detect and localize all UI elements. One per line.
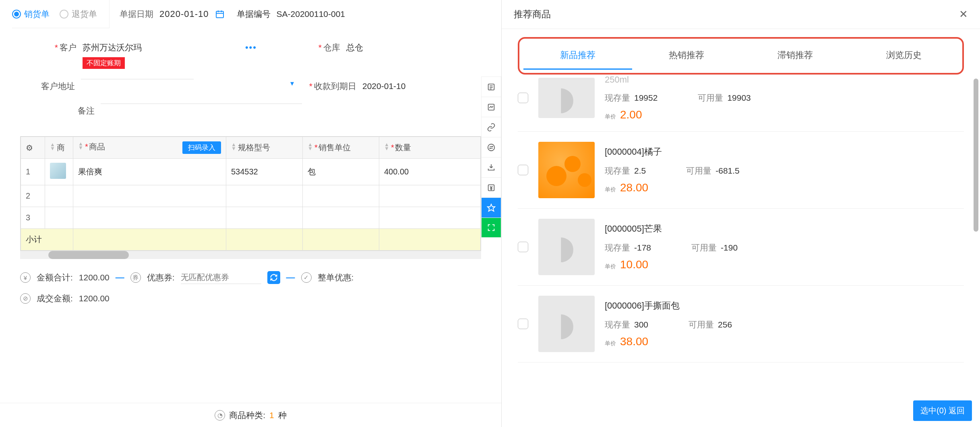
currency-icon: ¥ — [20, 272, 31, 283]
radio-return-order[interactable]: 退货单 — [60, 8, 97, 20]
product-price: 38.00 — [620, 335, 648, 348]
product-checkbox[interactable] — [518, 242, 528, 252]
product-image-placeholder: ◗ — [538, 78, 595, 118]
recommend-panel: 推荐商品 ✕ 新品推荐 热销推荐 滞销推荐 浏览历史 ◗ 250ml 现存量19… — [501, 0, 980, 427]
doc-header: 销货单 退货单 单据日期 2020-01-10 单据编号 SA-20200110… — [0, 0, 501, 28]
product-name: [0000005]芒果 — [605, 223, 964, 235]
product-list-item: [0000004]橘子 现存量2.5 可用量-681.5 单价28.00 — [518, 132, 964, 209]
address-field[interactable]: 客户地址 ▾ — [20, 79, 294, 93]
remark-field[interactable]: 备注 — [20, 104, 302, 118]
product-name: [0000006]手撕面包 — [605, 300, 964, 312]
tab-new-products[interactable]: 新品推荐 — [523, 42, 632, 70]
col-spec[interactable]: ▲▼规格型号 — [226, 137, 303, 159]
svg-point-9 — [488, 144, 495, 151]
radio-dot-icon — [60, 10, 68, 19]
vtool-chart-button[interactable] — [481, 97, 501, 117]
product-checkbox[interactable] — [518, 93, 528, 103]
product-checkbox[interactable] — [518, 165, 528, 175]
select-return-button[interactable]: 选中(0) 返回 — [913, 400, 972, 421]
chevron-down-icon[interactable]: ▾ — [290, 79, 294, 88]
doc-type-radio-group: 销货单 退货单 — [12, 0, 110, 28]
doc-date-value: 2020-01-10 — [159, 9, 209, 19]
kinds-icon: ◔ — [215, 410, 225, 421]
due-date-field[interactable]: *收款到期日 2020-01-10 — [294, 79, 483, 93]
vtool-fullscreen-button[interactable] — [481, 218, 501, 238]
horizontal-scrollbar[interactable] — [20, 251, 481, 259]
doc-no-value: SA-20200110-001 — [277, 9, 345, 19]
product-price: 10.00 — [620, 258, 648, 271]
svg-marker-11 — [488, 204, 495, 211]
vtool-list-button[interactable] — [481, 77, 501, 97]
address-value — [81, 79, 194, 79]
table-row[interactable]: 1 果倍爽 534532 包 400.00 — [21, 159, 481, 185]
vtool-link-button[interactable] — [481, 117, 501, 137]
subtotal-row: 小计 — [21, 229, 481, 251]
radio-dot-icon — [12, 10, 21, 19]
vertical-toolbar — [481, 77, 501, 238]
product-list-item: ◗ [0000005]芒果 现存量-178 可用量-190 单价10.00 — [518, 209, 964, 286]
customer-value: 苏州万达沃尔玛 — [83, 40, 211, 55]
table-row[interactable]: 3 — [21, 207, 481, 229]
doc-number-field: 单据编号 SA-20200110-001 — [225, 8, 345, 20]
recommend-tabs-highlight: 新品推荐 热销推荐 滞销推荐 浏览历史 — [518, 37, 964, 75]
warehouse-value: 总仓 — [346, 40, 467, 55]
table-row[interactable]: 2 — [21, 185, 481, 207]
recommend-panel-title: 推荐商品 — [514, 8, 551, 21]
col-unit[interactable]: ▲▼*销售单位 — [303, 137, 379, 159]
product-list-item: ◗ 250ml 现存量19952 可用量19903 单价2.00 — [518, 75, 964, 132]
deal-icon: ⊘ — [20, 293, 31, 304]
minus-icon: — — [286, 272, 295, 283]
radio-sales-order[interactable]: 销货单 — [12, 8, 50, 20]
customer-field[interactable]: *客户 苏州万达沃尔玛 ••• 不固定账期 — [20, 40, 294, 69]
calendar-icon[interactable] — [215, 9, 225, 19]
vtool-currency-button[interactable] — [481, 177, 501, 197]
items-table: ⚙ ▲▼商 ▲▼*商品扫码录入 ▲▼规格型号 ▲▼*销售单位 ▲▼*数量 1 果… — [20, 136, 481, 251]
product-image-orange — [538, 142, 595, 198]
discount-icon: ✓ — [301, 272, 312, 283]
product-thumb-icon — [50, 163, 66, 179]
product-price: 28.00 — [620, 181, 648, 194]
minus-icon: — — [116, 272, 124, 283]
bottom-summary-bar: ◔ 商品种类: 1 种 — [0, 403, 501, 427]
product-price: 2.00 — [620, 108, 642, 121]
amount-total: 1200.00 — [79, 273, 110, 282]
due-date-value: 2020-01-10 — [362, 79, 483, 93]
warehouse-field[interactable]: *仓库 总仓 — [294, 40, 467, 69]
col-product[interactable]: ▲▼*商品扫码录入 — [73, 137, 226, 159]
form-area: *客户 苏州万达沃尔玛 ••• 不固定账期 *仓库 总仓 客户地 — [0, 28, 501, 136]
col-prod-thumb[interactable]: ▲▼商 — [45, 137, 73, 159]
radio-return-label: 退货单 — [72, 8, 97, 20]
tab-browse-history[interactable]: 浏览历史 — [850, 42, 958, 70]
deal-amount: 1200.00 — [79, 294, 110, 303]
product-list-item: ◗ [0000006]手撕面包 现存量300 可用量256 单价38.00 — [518, 286, 964, 363]
product-name: [0000004]橘子 — [605, 146, 964, 158]
refresh-coupon-button[interactable] — [267, 271, 280, 284]
totals-section: ¥ 金额合计: 1200.00 — 券 优惠券: — ✓ 整单优惠: ⊘ 成交金… — [0, 259, 501, 325]
customer-term-badge: 不固定账期 — [83, 57, 125, 69]
kinds-count: 1 — [269, 410, 274, 420]
table-settings-button[interactable]: ⚙ — [21, 137, 45, 159]
product-image-placeholder: ◗ — [538, 296, 595, 352]
remark-value — [101, 104, 302, 104]
vtool-favorite-button[interactable] — [481, 197, 501, 218]
coupon-circle-icon: 券 — [130, 272, 141, 283]
doc-date-label: 单据日期 — [120, 8, 153, 20]
product-image-placeholder: ◗ — [538, 219, 595, 275]
svg-rect-0 — [216, 11, 223, 18]
vertical-scrollbar[interactable] — [974, 79, 978, 232]
vtool-swap-button[interactable] — [481, 137, 501, 157]
col-qty[interactable]: ▲▼*数量 — [379, 137, 481, 159]
product-list[interactable]: ◗ 250ml 现存量19952 可用量19903 单价2.00 [000000… — [502, 75, 980, 394]
product-checkbox[interactable] — [518, 319, 528, 329]
doc-date-field[interactable]: 单据日期 2020-01-10 — [110, 8, 225, 20]
doc-no-label: 单据编号 — [237, 8, 271, 20]
vtool-receive-button[interactable] — [481, 157, 501, 177]
product-name: 250ml — [605, 75, 964, 85]
scan-input-button[interactable]: 扫码录入 — [182, 141, 221, 154]
tab-slow-products[interactable]: 滞销推荐 — [741, 42, 850, 70]
close-icon[interactable]: ✕ — [959, 8, 968, 21]
customer-more-icon[interactable]: ••• — [245, 42, 257, 52]
radio-sales-label: 销货单 — [24, 8, 50, 20]
tab-hot-products[interactable]: 热销推荐 — [632, 42, 741, 70]
coupon-input[interactable] — [181, 271, 261, 284]
